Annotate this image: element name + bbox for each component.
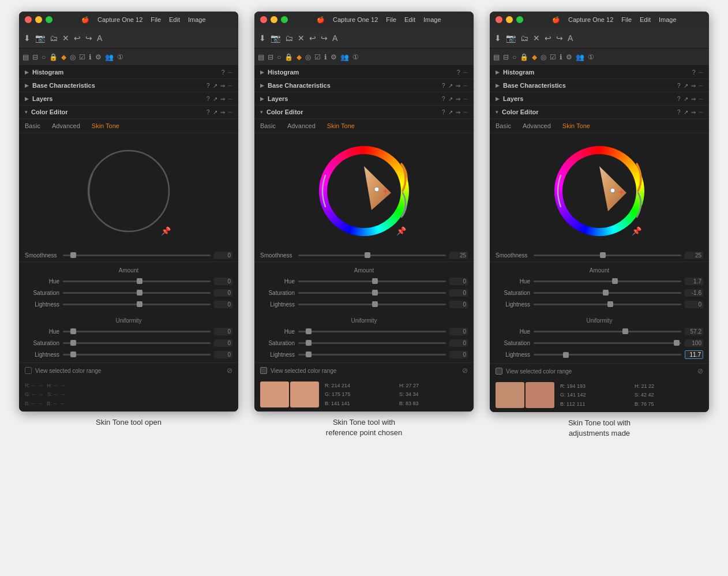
check-icon-2[interactable]: ☑ (314, 53, 321, 61)
ce-arrow-3[interactable]: ⇒ (691, 109, 696, 115)
info-icon[interactable]: ℹ (89, 53, 92, 61)
check-icon[interactable]: ☑ (79, 53, 85, 61)
camera-icon-3[interactable]: 📷 (506, 33, 516, 43)
edit-menu-3[interactable]: Edit (640, 16, 651, 24)
info2-icon-3[interactable]: ① (588, 53, 594, 61)
color-wheel-1[interactable]: 📌 (80, 142, 178, 240)
ce-more[interactable]: ··· (228, 109, 232, 115)
base-char-row-3[interactable]: ▶ Base Characteristics ? ↗ ⇒ ··· (490, 79, 709, 92)
tab-advanced-3[interactable]: Advanced (523, 122, 551, 129)
text-icon-2[interactable]: A (332, 33, 337, 43)
file-menu-2[interactable]: File (386, 16, 396, 24)
color-wheel-2[interactable]: + (315, 142, 413, 240)
light-amount-slider-2[interactable] (298, 300, 446, 308)
base-help[interactable]: ? (207, 83, 210, 89)
hue-unif-slider-2[interactable] (298, 327, 446, 335)
tab-advanced-2[interactable]: Advanced (287, 122, 316, 129)
view-range-checkbox-1[interactable] (25, 367, 32, 374)
app-name[interactable]: Capture One 12 (97, 16, 142, 24)
text-icon[interactable]: A (97, 33, 102, 43)
sat-unif-thumb-1[interactable] (70, 340, 76, 346)
light-unif-slider-3[interactable] (534, 351, 681, 359)
photo-icon-3[interactable]: ⊟ (503, 53, 509, 61)
base-pin-2[interactable]: ↗ (448, 83, 453, 89)
close-button[interactable] (25, 16, 32, 23)
photo-icon[interactable]: ⊟ (32, 53, 38, 61)
sat-amount-thumb-3[interactable] (603, 290, 609, 296)
tab-basic-2[interactable]: Basic (260, 122, 276, 129)
gear-icon-3[interactable]: ⚙ (566, 53, 572, 61)
file-menu-3[interactable]: File (621, 16, 632, 24)
layers-row-3[interactable]: ▶ Layers ? ↗ ⇒ ··· (490, 92, 709, 106)
sat-amount-slider-2[interactable] (298, 289, 446, 297)
layers-pin[interactable]: ↗ (213, 96, 217, 102)
redo-icon-3[interactable]: ↪ (556, 33, 563, 43)
sat-unif-slider-3[interactable] (534, 339, 681, 347)
light-unif-thumb-1[interactable] (70, 351, 76, 357)
base-char-row-2[interactable]: ▶ Base Characteristics ? ↗ ⇒ ··· (254, 79, 474, 92)
color-editor-row-3[interactable]: ▾ Color Editor ? ↗ ⇒ ··· (490, 106, 709, 119)
file-menu[interactable]: File (151, 16, 161, 24)
edit-menu-2[interactable]: Edit (404, 16, 415, 24)
color-editor-row-2[interactable]: ▾ Color Editor ? ↗ ⇒ ··· (254, 106, 474, 119)
maximize-button[interactable] (46, 16, 52, 23)
layers-more-3[interactable]: ··· (699, 96, 703, 102)
layers-row[interactable]: ▶ Layers ? ↗ ⇒ ··· (19, 92, 238, 106)
layers-arrow[interactable]: ⇒ (220, 96, 225, 102)
histogram-row-2[interactable]: ▶ Histogram ? ··· (254, 66, 474, 79)
light-amount-thumb-3[interactable] (607, 301, 613, 307)
tab-basic-1[interactable]: Basic (25, 122, 40, 129)
app-name-2[interactable]: Capture One 12 (333, 16, 378, 24)
light-unif-slider-2[interactable] (298, 350, 446, 358)
histogram-help-2[interactable]: ? (457, 69, 460, 76)
layers-pin-3[interactable]: ↗ (684, 96, 688, 102)
download-icon-3[interactable]: ⬇ (494, 33, 501, 43)
apple-menu-3[interactable]: 🍎 (552, 16, 560, 24)
histogram-row[interactable]: ▶ Histogram ? ··· (19, 66, 238, 79)
ce-arrow[interactable]: ⇒ (220, 109, 225, 115)
histogram-row-3[interactable]: ▶ Histogram ? ··· (490, 66, 709, 79)
redo-icon-2[interactable]: ↪ (321, 33, 328, 43)
tab-skintone-2[interactable]: Skin Tone (327, 122, 355, 129)
histogram-help-3[interactable]: ? (692, 69, 696, 76)
base-arrow[interactable]: ⇒ (220, 83, 225, 89)
image-menu-2[interactable]: Image (423, 16, 441, 24)
smoothness-thumb-3[interactable] (600, 252, 606, 258)
color-editor-row[interactable]: ▾ Color Editor ? ↗ ⇒ ··· (19, 106, 238, 119)
ce-arrow-2[interactable]: ⇒ (456, 109, 460, 115)
smoothness-thumb-2[interactable] (365, 252, 370, 258)
hue-unif-thumb-3[interactable] (622, 328, 628, 334)
info2-icon-2[interactable]: ① (352, 53, 359, 61)
light-amount-thumb-1[interactable] (137, 301, 142, 307)
eyedropper-icon-3[interactable]: ⊘ (697, 367, 703, 375)
view-range-checkbox-2[interactable] (260, 367, 267, 374)
info-icon-3[interactable]: ℹ (560, 53, 562, 61)
sat-unif-slider-2[interactable] (298, 339, 446, 347)
smoothness-slider-2[interactable] (298, 251, 446, 259)
base-arrow-2[interactable]: ⇒ (456, 83, 460, 89)
hue-unif-thumb-2[interactable] (306, 328, 312, 334)
circle-icon-2[interactable]: ○ (277, 53, 281, 61)
folder-icon-2[interactable]: ▤ (258, 53, 264, 61)
histogram-more[interactable]: ··· (228, 69, 232, 76)
color-icon-2[interactable]: ◆ (297, 53, 302, 61)
hue-unif-thumb-1[interactable] (70, 328, 76, 334)
hue-amount-thumb-3[interactable] (612, 278, 618, 284)
base-more[interactable]: ··· (228, 83, 232, 89)
ce-more-2[interactable]: ··· (463, 109, 468, 115)
close-icon-2[interactable]: ✕ (298, 33, 305, 43)
app-name-3[interactable]: Capture One 12 (568, 16, 613, 24)
base-help-2[interactable]: ? (442, 83, 445, 89)
tab-basic-3[interactable]: Basic (496, 122, 511, 129)
light-unif-thumb-2[interactable] (306, 351, 312, 357)
image-menu-3[interactable]: Image (659, 16, 677, 24)
info-icon-2[interactable]: ℹ (324, 53, 327, 61)
histogram-help[interactable]: ? (222, 69, 225, 76)
undo-icon[interactable]: ↩ (74, 33, 81, 43)
image-menu[interactable]: Image (188, 16, 206, 24)
gear-icon-2[interactable]: ⚙ (331, 53, 337, 61)
base-help-3[interactable]: ? (677, 83, 681, 89)
users-icon-3[interactable]: 👥 (576, 53, 584, 61)
apple-menu-2[interactable]: 🍎 (317, 16, 325, 24)
tab-skintone-3[interactable]: Skin Tone (562, 122, 590, 129)
